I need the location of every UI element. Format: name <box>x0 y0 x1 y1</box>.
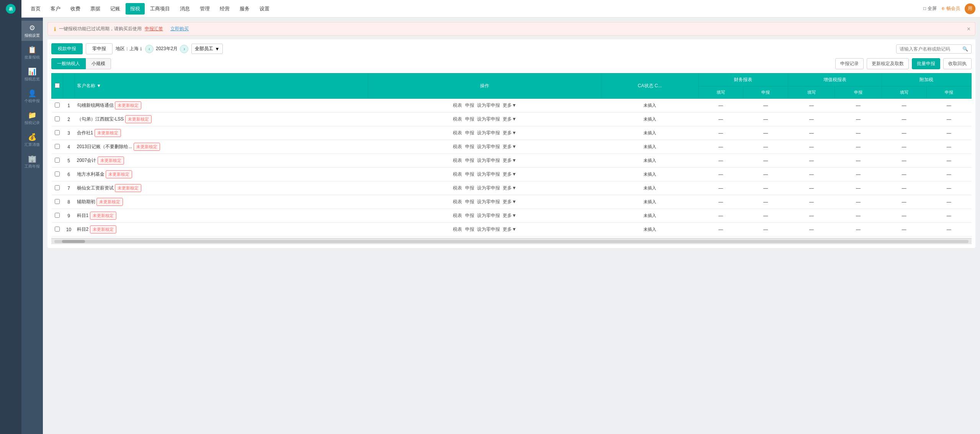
notice-banner: ℹ 一键报税功能已过试用期，请购买后使用 申报汇签 立即购买 × <box>47 22 975 36</box>
row-checkbox-6[interactable] <box>55 185 60 190</box>
op-more-3[interactable]: 更多▼ <box>503 144 516 149</box>
left-panel-tax-settings[interactable]: ⚙ 报税设置 <box>21 21 43 41</box>
search-input[interactable] <box>900 46 961 52</box>
op-submit-1[interactable]: 申报 <box>465 116 474 122</box>
op-more-8[interactable]: 更多▼ <box>503 213 516 218</box>
op-more-0[interactable]: 更多▼ <box>503 103 516 108</box>
nav-operation[interactable]: 经营 <box>215 3 234 15</box>
op-tax-table-1[interactable]: 税表 <box>453 116 462 122</box>
op-tax-table-6[interactable]: 税表 <box>453 185 462 191</box>
op-tax-table-0[interactable]: 税表 <box>453 103 462 108</box>
th-finance-submit: 申报 <box>743 86 788 99</box>
op-more-7[interactable]: 更多▼ <box>503 199 516 204</box>
region-info-icon[interactable]: ℹ <box>140 46 142 52</box>
tax-settings-label: 报税设置 <box>24 33 40 38</box>
notice-close[interactable]: × <box>967 26 970 33</box>
op-tax-table-9[interactable]: 税表 <box>453 227 462 232</box>
left-panel-tax-overview[interactable]: 📊 报税总览 <box>21 64 43 85</box>
op-zero-0[interactable]: 设为零申报 <box>477 103 500 108</box>
left-panel-tax-record[interactable]: 📁 报税记录 <box>21 108 43 128</box>
tab-small-scale[interactable]: 小规模 <box>86 58 111 69</box>
op-tax-table-2[interactable]: 税表 <box>453 130 462 135</box>
row-checkbox-2[interactable] <box>55 130 60 135</box>
row-a-sub-9: — <box>926 223 971 237</box>
nav-accounting[interactable]: 记账 <box>106 3 125 15</box>
op-tax-table-5[interactable]: 税表 <box>453 171 462 177</box>
op-more-5[interactable]: 更多▼ <box>503 171 516 177</box>
op-more-6[interactable]: 更多▼ <box>503 185 516 191</box>
op-more-2[interactable]: 更多▼ <box>503 130 516 135</box>
update-confirm-button[interactable]: 更新核定及取数 <box>867 58 909 69</box>
nav-billing[interactable]: 收费 <box>66 3 85 15</box>
nav-home[interactable]: 首页 <box>26 3 45 15</box>
op-more-4[interactable]: 更多▼ <box>503 158 516 163</box>
date-prev-button[interactable]: ‹ <box>145 45 154 53</box>
tab-zero-submit[interactable]: 零申报 <box>86 43 113 54</box>
op-submit-8[interactable]: 申报 <box>465 213 474 218</box>
nav-invoice[interactable]: 票据 <box>86 3 105 15</box>
op-tax-table-7[interactable]: 税表 <box>453 199 462 204</box>
op-zero-6[interactable]: 设为零申报 <box>477 185 500 191</box>
nav-tax[interactable]: 报税 <box>126 3 145 15</box>
nav-service[interactable]: 服务 <box>235 3 254 15</box>
op-zero-7[interactable]: 设为零申报 <box>477 199 500 204</box>
op-submit-7[interactable]: 申报 <box>465 199 474 204</box>
op-submit-4[interactable]: 申报 <box>465 158 474 163</box>
row-checkbox-9[interactable] <box>55 227 60 232</box>
row-checkbox-1[interactable] <box>55 116 60 121</box>
op-more-1[interactable]: 更多▼ <box>503 116 516 122</box>
tab-tax-submit[interactable]: 税款申报 <box>51 43 83 54</box>
row-checkbox-4[interactable] <box>55 158 60 163</box>
search-icon[interactable]: 🔍 <box>962 46 968 52</box>
scroll-bar[interactable] <box>51 238 972 244</box>
op-submit-5[interactable]: 申报 <box>465 171 474 177</box>
row-checkbox-8[interactable] <box>55 213 60 218</box>
left-panel-annual-report[interactable]: 🏢 工商年报 <box>21 152 43 172</box>
op-submit-0[interactable]: 申报 <box>465 103 474 108</box>
op-submit-6[interactable]: 申报 <box>465 185 474 191</box>
op-zero-5[interactable]: 设为零申报 <box>477 171 500 177</box>
nav-manage[interactable]: 管理 <box>195 3 214 15</box>
row-t-sub-3: — <box>835 140 882 154</box>
op-submit-2[interactable]: 申报 <box>465 130 474 135</box>
op-submit-9[interactable]: 申报 <box>465 227 474 232</box>
date-next-button[interactable]: › <box>180 45 188 53</box>
op-tax-table-3[interactable]: 税表 <box>453 144 462 149</box>
op-zero-9[interactable]: 设为零申报 <box>477 227 500 232</box>
batch-submit-button[interactable]: 批量申报 <box>912 58 940 69</box>
vip-button[interactable]: ⊕ 畅会员 <box>941 5 960 12</box>
fullscreen-button[interactable]: □ 全屏 <box>923 5 937 12</box>
op-zero-3[interactable]: 设为零申报 <box>477 144 500 149</box>
notice-link1[interactable]: 申报汇签 <box>145 26 163 32</box>
dept-selector[interactable]: 全部员工 ▼ <box>191 44 223 54</box>
scroll-thumb[interactable] <box>62 240 85 243</box>
row-checkbox-5[interactable] <box>55 171 60 176</box>
user-avatar[interactable]: 用 <box>965 3 975 14</box>
fetch-back-button[interactable]: 收取回执 <box>943 58 972 69</box>
left-panel-personal-tax[interactable]: 👤 个税申报 <box>21 86 43 106</box>
left-panel-reconcile[interactable]: 💰 汇算清缴 <box>21 130 43 150</box>
op-zero-8[interactable]: 设为零申报 <box>477 213 500 218</box>
op-tax-table-8[interactable]: 税表 <box>453 213 462 218</box>
nav-client[interactable]: 客户 <box>46 3 65 15</box>
tab-general-taxpayer[interactable]: 一般纳税人 <box>51 58 86 69</box>
row-checkbox-3[interactable] <box>55 144 60 149</box>
op-zero-2[interactable]: 设为零申报 <box>477 130 500 135</box>
row-checkbox-cell <box>52 154 63 168</box>
op-zero-4[interactable]: 设为零申报 <box>477 158 500 163</box>
nav-commerce[interactable]: 工商项目 <box>145 3 175 15</box>
op-more-9[interactable]: 更多▼ <box>503 227 516 232</box>
select-all-checkbox[interactable] <box>55 83 60 88</box>
left-panel-batch-tax[interactable]: 📋 批量报税 <box>21 42 43 63</box>
row-checkbox-0[interactable] <box>55 103 60 108</box>
notice-link2[interactable]: 立即购买 <box>170 26 189 32</box>
op-submit-3[interactable]: 申报 <box>465 144 474 149</box>
op-zero-1[interactable]: 设为零申报 <box>477 116 500 122</box>
status-badge-2: 未更新核定 <box>95 129 121 137</box>
nav-settings[interactable]: 设置 <box>255 3 274 15</box>
nav-message[interactable]: 消息 <box>175 3 194 15</box>
op-tax-table-4[interactable]: 税表 <box>453 158 462 163</box>
submit-record-button[interactable]: 申报记录 <box>835 58 864 69</box>
reconcile-label: 汇算清缴 <box>24 142 40 147</box>
row-checkbox-7[interactable] <box>55 199 60 204</box>
